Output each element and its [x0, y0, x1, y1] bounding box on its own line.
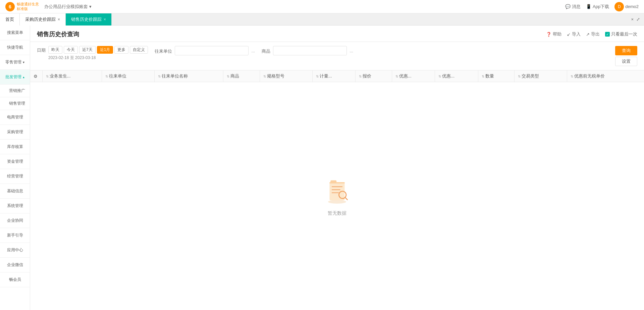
- query-button[interactable]: 查询: [615, 46, 637, 55]
- header-right: 💬 消息 📱 App下载 D demo2: [565, 2, 639, 11]
- retail-mgmt-arrow: ▾: [23, 60, 24, 64]
- mobile-icon: 📱: [586, 4, 591, 9]
- date-btn-last7[interactable]: 近7天: [79, 46, 96, 54]
- goods-input[interactable]: [273, 46, 347, 55]
- sort-icon[interactable]: ⇅: [482, 74, 484, 78]
- user-profile[interactable]: D demo2: [614, 2, 639, 11]
- sidebar-item-enterprise-wechat[interactable]: 企业微信: [0, 258, 30, 272]
- import-icon: ↙: [567, 32, 571, 37]
- help-button[interactable]: ❓ 帮助: [546, 31, 561, 37]
- sidebar: 搜索菜单 快捷导航 零售管理 ▾ 批发管理 ▴ 营销推广 销售管理 电商管理 采…: [0, 25, 30, 310]
- col-goods: ⇅ 商品: [223, 70, 260, 82]
- sidebar-item-search-menu[interactable]: 搜索菜单: [0, 25, 30, 40]
- import-button[interactable]: ↙ 导入: [567, 31, 581, 37]
- export-button[interactable]: ↗ 导出: [586, 31, 600, 37]
- col-pretax-price: ⇅ 优惠前无税单价: [567, 70, 644, 82]
- search-menu-label: 搜索菜单: [7, 30, 23, 36]
- col-trade-type: ⇅ 交易类型: [515, 70, 567, 82]
- sidebar-item-retail-mgmt[interactable]: 零售管理 ▾: [0, 55, 30, 70]
- date-btn-custom[interactable]: 自定义: [130, 46, 148, 54]
- goods-filter-group: 商品 ...: [262, 46, 353, 55]
- col-biz-date: ⇅ 业务发生...: [42, 70, 102, 82]
- sidebar-item-new-guide[interactable]: 新手引导: [0, 228, 30, 243]
- tab-sales-history[interactable]: 销售历史价跟踪 ×: [66, 13, 112, 25]
- chevron-down-icon: ▾: [89, 4, 92, 9]
- data-table: ⚙ ⇅ 业务发生... ⇅ 往来单: [30, 70, 644, 82]
- col-settings[interactable]: ⚙: [30, 70, 42, 82]
- date-btn-today[interactable]: 今天: [64, 46, 78, 54]
- expand-icon[interactable]: ⤢: [636, 17, 640, 22]
- sidebar-item-member[interactable]: 畅会员: [0, 272, 30, 287]
- sort-icon[interactable]: ⇅: [359, 74, 362, 78]
- empty-illustration: [322, 176, 352, 206]
- sort-icon[interactable]: ⇅: [438, 74, 441, 78]
- sort-icon[interactable]: ⇅: [571, 74, 573, 78]
- close-all-tabs-icon[interactable]: ×: [631, 17, 634, 22]
- workspace-selector[interactable]: 办公用品行业模拟账套 ▾: [42, 2, 94, 11]
- partner-filter-group: 往来单位 ...: [155, 46, 255, 55]
- sidebar-item-purchase-mgmt[interactable]: 采购管理: [0, 125, 30, 140]
- settings-icon[interactable]: ⚙: [34, 74, 38, 79]
- message-action[interactable]: 💬 消息: [565, 4, 581, 10]
- sort-icon[interactable]: ⇅: [518, 74, 521, 78]
- sort-icon[interactable]: ⇅: [105, 74, 108, 78]
- only-last-checkbox[interactable]: ✓: [605, 32, 610, 37]
- sidebar-item-enterprise-collab[interactable]: 企业协同: [0, 213, 30, 228]
- tab-close-sales[interactable]: ×: [104, 17, 106, 22]
- retail-mgmt-label: 零售管理: [5, 59, 21, 65]
- content-area: 销售历史价查询 ❓ 帮助 ↙ 导入 ↗ 导出 ✓: [30, 25, 644, 310]
- sort-icon[interactable]: ⇅: [263, 74, 266, 78]
- logo-area: 6 畅捷通好生意 标准版: [5, 2, 39, 11]
- sort-icon[interactable]: ⇅: [46, 74, 49, 78]
- date-options: 昨天 今天 近7天 近1月 更多 自定义: [48, 46, 148, 54]
- col-discount2: ⇅ 优惠...: [435, 70, 478, 82]
- svg-rect-8: [330, 182, 345, 184]
- sidebar-item-system[interactable]: 系统管理: [0, 199, 30, 213]
- tab-bar-actions: × ⤢: [631, 17, 644, 22]
- sidebar-item-basic-info[interactable]: 基础信息: [0, 184, 30, 199]
- tab-purchase-history[interactable]: 采购历史价跟踪 ×: [20, 13, 66, 25]
- sort-icon[interactable]: ⇅: [227, 74, 229, 78]
- table-container: ⚙ ⇅ 业务发生... ⇅ 往来单: [30, 70, 644, 310]
- date-btn-last1m[interactable]: 近1月: [97, 46, 113, 54]
- sidebar-item-operations[interactable]: 经营管理: [0, 169, 30, 184]
- sidebar-item-wholesale-mgmt[interactable]: 批发管理 ▴: [0, 70, 30, 85]
- svg-point-0: [328, 200, 346, 204]
- main-layout: 搜索菜单 快捷导航 零售管理 ▾ 批发管理 ▴ 营销推广 销售管理 电商管理 采…: [0, 25, 644, 310]
- app-download-action[interactable]: 📱 App下载: [586, 4, 609, 10]
- partner-input[interactable]: [175, 46, 249, 55]
- page-title: 销售历史价查询: [37, 30, 79, 38]
- help-icon: ❓: [546, 32, 551, 37]
- top-header: 6 畅捷通好生意 标准版 办公用品行业模拟账套 ▾ 💬 消息 📱 App下载 D…: [0, 0, 644, 13]
- sort-icon[interactable]: ⇅: [158, 74, 161, 78]
- avatar: D: [614, 2, 624, 11]
- sidebar-item-quick-nav[interactable]: 快捷导航: [0, 40, 30, 55]
- tab-home[interactable]: 首页: [0, 13, 20, 25]
- date-range: 2023-02-18 至 2023-03-18: [48, 55, 148, 61]
- sidebar-subitem-sales-mgmt[interactable]: 销售管理: [0, 97, 30, 110]
- table-header: ⚙ ⇅ 业务发生... ⇅ 往来单: [30, 70, 644, 82]
- only-last-checkbox-area[interactable]: ✓ 只看最后一次: [605, 31, 637, 37]
- sidebar-item-ecommerce[interactable]: 电商管理: [0, 110, 30, 125]
- date-btn-more[interactable]: 更多: [114, 46, 128, 54]
- goods-label: 商品: [262, 47, 270, 54]
- page-header: 销售历史价查询 ❓ 帮助 ↙ 导入 ↗ 导出 ✓: [30, 25, 644, 42]
- wholesale-mgmt-arrow: ▴: [23, 75, 24, 79]
- tab-close-purchase[interactable]: ×: [58, 17, 60, 22]
- sort-icon[interactable]: ⇅: [316, 74, 319, 78]
- sidebar-item-app-center[interactable]: 应用中心: [0, 243, 30, 258]
- sort-icon[interactable]: ⇅: [395, 74, 398, 78]
- settings-button[interactable]: 设置: [615, 57, 637, 66]
- goods-dots[interactable]: ...: [350, 48, 353, 53]
- logo-text: 畅捷通好生意 标准版: [17, 2, 39, 11]
- col-discount1: ⇅ 优惠...: [392, 70, 435, 82]
- sidebar-subitem-marketing[interactable]: 营销推广: [0, 85, 30, 97]
- message-icon: 💬: [565, 4, 571, 9]
- partner-dots[interactable]: ...: [251, 48, 255, 53]
- date-btn-yesterday[interactable]: 昨天: [48, 46, 62, 54]
- sidebar-item-finance[interactable]: 资金管理: [0, 154, 30, 169]
- page-actions: ❓ 帮助 ↙ 导入 ↗ 导出 ✓ 只看最后一次: [546, 31, 637, 37]
- page-container: 销售历史价查询 ❓ 帮助 ↙ 导入 ↗ 导出 ✓: [30, 25, 644, 310]
- col-unit: ⇅ 计量...: [312, 70, 356, 82]
- sidebar-item-inventory[interactable]: 库存核算: [0, 140, 30, 154]
